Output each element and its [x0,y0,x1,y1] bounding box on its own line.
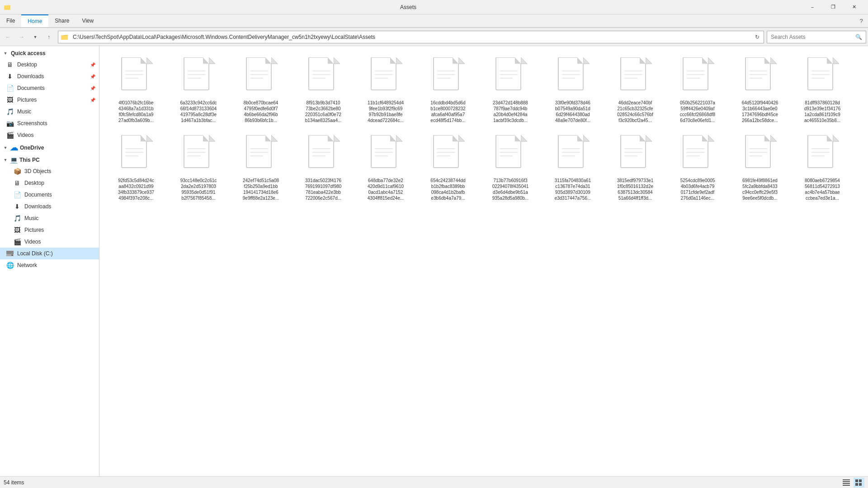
grid-view-button[interactable] [854,478,864,488]
sidebar-item-localdisk[interactable]: Local Disk (C:) [0,248,99,259]
network-label: Network [17,262,37,268]
svg-rect-173 [843,479,850,480]
quick-access-header[interactable]: ▼ Quick access [0,48,99,59]
forward-button[interactable]: → [15,31,28,43]
sidebar-item-downloads-quick[interactable]: ⬇ Downloads 📌 [0,70,99,82]
file-name: 648dba77de32e2 420d9d11caf9610 0acd1abc4… [368,178,404,201]
sidebar-label: Music [17,108,31,115]
address-input[interactable] [71,34,751,40]
sidebar-item-network[interactable]: 🌐 Network [0,259,99,271]
sidebar-item-desktop-pc[interactable]: 🖥 Desktop [0,177,99,189]
onedrive-header[interactable]: ▼ ☁ OneDrive [0,141,99,155]
tab-home[interactable]: Home [21,14,48,27]
help-button[interactable]: ? [854,14,868,27]
file-item[interactable]: 654c24238744dd b1b2fbac8389bb 098ca4d1b2… [419,131,477,205]
file-item[interactable]: 713b77b60916f3 02294078f435041 d3e6d4dbe… [481,131,540,205]
file-item[interactable]: 6a3233c942cc6dc 66f14d873133604 419795a8… [169,53,228,127]
title-bar-controls: − ❐ ✕ [802,0,864,14]
sidebar-item-pictures-quick[interactable]: 🖼 Pictures 📌 [0,94,99,106]
file-item[interactable]: 3815edf979733e1 1f0c85016132d2e 6387513d… [606,131,665,205]
item-count: 54 items [4,479,24,486]
sidebar-item-pictures-pc[interactable]: 🖼 Pictures [0,224,99,236]
file-item[interactable]: 242ef74d51c5a08 f25b250a9ed1bb 194141734… [231,131,290,205]
search-input[interactable] [771,34,855,40]
file-item[interactable]: 8f913b9b3d7410 73be2c3662be80 220351c6a0… [294,53,353,127]
file-item[interactable]: 93cc148e0c2c61c 2da2e2d5197803 95935de0d… [169,131,228,205]
thispc-header[interactable]: ▼ 💻 This PC [0,155,99,165]
sidebar-item-desktop-quick[interactable]: 🖥 Desktop 📌 [0,59,99,70]
file-name: 16cddbd4bd5d6d b1ce8000728232 afca6af40a… [430,100,465,123]
file-icon [180,135,217,176]
status-bar: 54 items [0,476,868,488]
svg-rect-179 [855,483,858,486]
svg-marker-146 [646,135,652,141]
recent-locations-button[interactable]: ▼ [29,31,42,43]
file-icon [430,135,466,176]
file-item[interactable]: 8b0ce870bcae64 4795f0edfe6d0f7 4b6be66da… [231,53,290,127]
screenshots-icon: 📷 [5,119,14,128]
file-item[interactable]: 5254cdc89e0005 4b03d6fe4acb79 0171cfde9e… [668,131,727,205]
file-name: 331dac5023f4176 7691991097df980 781eaba4… [305,178,342,201]
file-name: 654c24238744dd b1b2fbac8389bb 098ca4d1b2… [430,178,465,201]
file-item[interactable]: 92fd53c5d84d24c aa8432c0921d99 34fb33387… [107,131,165,205]
sidebar-label: Screenshots [17,120,47,127]
file-item[interactable]: 3115fa704830a61 c136787e74da31 935d3897d… [543,131,602,205]
sidebar-item-videos-pc[interactable]: 🎬 Videos [0,236,99,248]
sidebar-item-music-quick[interactable]: 🎵 Music [0,106,99,117]
maximize-button[interactable]: ❐ [823,0,844,14]
sidebar-item-documents-pc[interactable]: 📄 Documents [0,189,99,201]
computer-icon: 💻 [10,156,18,164]
file-item[interactable]: 6981fe49f8861ed 5fc2a9bbfda8433 c94cc0ef… [731,131,789,205]
file-icon [742,135,778,176]
file-item[interactable]: 46dd2eace740bf 21c65cb32325cfe 028524c66… [606,53,665,127]
sidebar-label: Pictures [24,227,44,233]
svg-marker-69 [708,57,714,64]
thispc-label: This PC [19,157,40,163]
folder-icon [4,4,11,11]
sidebar-item-documents-quick[interactable]: 📄 Documents 📌 [0,82,99,94]
sidebar-label: Music [24,215,38,221]
file-item[interactable]: 4f01076b2fc16be 43468a7a1d331b f0fc5fefc… [107,53,165,127]
file-item[interactable]: 64d5120f9440426 3c1b66443ae0e0 17347696b… [731,53,789,127]
svg-marker-132 [521,135,527,141]
file-item[interactable]: 648dba77de32e2 420d9d11caf9610 0acd1abc4… [356,131,415,205]
svg-rect-178 [859,479,862,482]
sidebar-item-videos-quick[interactable]: 🎬 Videos [0,129,99,141]
file-name: 6981fe49f8861ed 5fc2a9bbfda8433 c94cc0ef… [742,178,778,201]
refresh-button[interactable]: ↻ [751,31,764,43]
file-item[interactable]: 11b1cf6489254d4 9fee1b93f2f9c69 97b92b91… [356,53,415,127]
sidebar-label: Downloads [24,203,51,210]
svg-marker-153 [708,135,714,141]
sidebar-item-music-pc[interactable]: 🎵 Music [0,212,99,224]
file-item[interactable]: 23d472d148b888 787f9ae7ddc94b a20b4d0ef4… [481,53,540,127]
file-item[interactable]: 331dac5023f4176 7691991097df980 781eaba4… [294,131,353,205]
music-pc-icon: 🎵 [13,214,22,223]
file-name: 6a3233c942cc6dc 66f14d873133604 419795a8… [180,100,217,123]
file-icon [180,57,217,98]
tab-share[interactable]: Share [48,14,75,27]
sidebar-item-downloads-pc[interactable]: ⬇ Downloads [0,201,99,212]
sidebar-item-screenshots-quick[interactable]: 📷 Screenshots [0,117,99,129]
file-icon [492,57,528,98]
up-button[interactable]: ↑ [42,31,55,43]
sidebar-label: 3D Objects [24,168,51,174]
sidebar-item-3dobjects[interactable]: 📦 3D Objects [0,165,99,177]
list-view-button[interactable] [841,478,852,488]
file-name: 3115fa704830a61 c136787e74da31 935d3897d… [555,178,591,201]
file-item[interactable]: 33f0e90fd378d46 b07549a90da51d 6d29f4644… [543,53,602,127]
svg-marker-20 [271,57,278,64]
sidebar-label: Videos [17,132,33,138]
file-item[interactable]: 8080aeb6729854 56811d54272913 ac4b7e4a57… [793,131,852,205]
file-item[interactable]: 81dff937860128d d913e39e1f34176 1a2cda86… [793,53,852,127]
tab-view[interactable]: View [75,14,100,27]
tab-file[interactable]: File [0,14,21,27]
close-button[interactable]: ✕ [844,0,864,14]
file-item[interactable]: 050b256221037a 59ff4426e0409af ccc66fcf2… [668,53,727,127]
minimize-button[interactable]: − [802,0,823,14]
back-button[interactable]: ← [2,31,14,43]
file-item[interactable]: 16cddbd4bd5d6d b1ce8000728232 afca6af40a… [419,53,477,127]
svg-marker-83 [833,57,839,64]
search-box: 🔍 [767,31,866,43]
sidebar-label: Downloads [17,73,44,80]
file-icon [243,135,279,176]
